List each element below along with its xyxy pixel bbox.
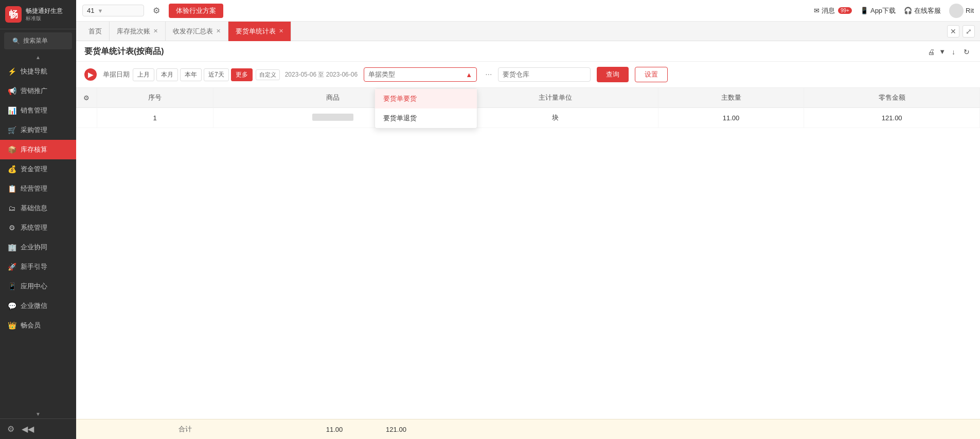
- sidebar-item-label: 销售管理: [21, 106, 47, 115]
- member-icon: 👑: [7, 321, 16, 330]
- td-empty: [76, 108, 97, 128]
- wechat-icon: 💬: [7, 301, 16, 310]
- sidebar-item-label: 新手引导: [21, 262, 47, 271]
- tab-order-summary[interactable]: 要货单统计表 ✕: [228, 22, 291, 41]
- sidebar-item-basic[interactable]: 🗂 基础信息: [0, 198, 76, 218]
- query-button[interactable]: 查询: [597, 67, 629, 82]
- sidebar-item-finance[interactable]: 💰 资金管理: [0, 159, 76, 179]
- filter-expand-button[interactable]: ▶: [84, 68, 97, 81]
- mobile-icon: 📱: [860, 7, 868, 14]
- sidebar-item-system[interactable]: ⚙ 系统管理: [0, 218, 76, 237]
- sidebar-item-sales[interactable]: 📊 销售管理: [0, 101, 76, 120]
- type-chevron-up-icon[interactable]: ▲: [466, 71, 472, 79]
- app-download-button[interactable]: 📱 App下载: [860, 6, 896, 15]
- appstore-icon: 📱: [7, 282, 16, 291]
- message-icon: ✉: [814, 7, 819, 14]
- last-7days-button[interactable]: 近7天: [204, 68, 229, 81]
- sidebar-item-quick-nav[interactable]: ⚡ 快捷导航: [0, 62, 76, 81]
- sidebar-item-marketing[interactable]: 📢 营销推广: [0, 81, 76, 101]
- header-left: 41 ▼ ⚙ 体验行业方案: [82, 4, 223, 18]
- td-unit: 块: [453, 108, 658, 128]
- online-service-button[interactable]: 🎧 在线客服: [904, 6, 941, 15]
- sidebar-item-label: 企业微信: [21, 301, 47, 310]
- this-year-button[interactable]: 本年: [180, 68, 202, 81]
- tab-receive-summary-label: 收发存汇总表: [173, 27, 213, 36]
- sidebar-item-label: 库存核算: [21, 145, 47, 154]
- sidebar-item-inventory[interactable]: 📦 库存核算: [0, 140, 76, 159]
- tab-inventory-batch-label: 库存批次账: [117, 27, 150, 36]
- operation-icon: 📋: [7, 184, 16, 193]
- type-label: 单据类型: [368, 70, 395, 79]
- sidebar-item-operation[interactable]: 📋 经营管理: [0, 179, 76, 198]
- type-filter-select[interactable]: 单据类型 ▲: [364, 67, 477, 82]
- sidebar-logo: 畅 畅捷通好生意 标准版: [0, 0, 76, 29]
- sales-icon: 📊: [7, 106, 16, 115]
- last-month-button[interactable]: 上月: [133, 68, 154, 81]
- search-menu-button[interactable]: 🔍 搜索菜单: [4, 32, 72, 49]
- search-label: 搜索菜单: [23, 36, 48, 45]
- scroll-up-indicator[interactable]: ▲: [0, 52, 76, 62]
- online-service-label: 在线客服: [914, 6, 941, 15]
- tab-close-icon[interactable]: ✕: [153, 28, 158, 34]
- footer-amount: 121.00: [365, 426, 427, 433]
- sidebar-item-member[interactable]: 👑 畅会员: [0, 316, 76, 335]
- company-selector[interactable]: 41 ▼: [82, 5, 144, 16]
- dropdown-option-purchase-return[interactable]: 要货单退货: [375, 108, 477, 128]
- header-gear-button[interactable]: ⚙: [149, 4, 164, 18]
- th-qty: 主数量: [658, 88, 804, 108]
- sidebar-item-purchase[interactable]: 🛒 采购管理: [0, 120, 76, 140]
- settings-icon[interactable]: ⚙: [7, 424, 14, 434]
- company-value: 41: [87, 7, 94, 14]
- footer-qty: 11.00: [304, 426, 365, 433]
- table-row: 1 块 11.00 121.00: [76, 108, 980, 128]
- dropdown-option-purchase-order[interactable]: 要货单要货: [375, 89, 477, 108]
- tab-inventory-batch[interactable]: 库存批次账 ✕: [110, 22, 166, 41]
- export-button[interactable]: ↓: [952, 48, 957, 56]
- close-tab-button[interactable]: ✕: [947, 25, 959, 38]
- expand-tab-button[interactable]: ⤢: [963, 25, 975, 38]
- this-month-button[interactable]: 本月: [156, 68, 178, 81]
- tab-close-icon[interactable]: ✕: [279, 28, 283, 34]
- top-header: 41 ▼ ⚙ 体验行业方案 ✉ 消息 99+ 📱 App下载 🎧 在线客服 R: [76, 0, 980, 22]
- type-dropdown-menu: 要货单要货 要货单退货: [375, 88, 477, 129]
- user-name: Rit: [966, 7, 974, 14]
- app-download-label: App下载: [870, 6, 896, 15]
- date-label: 单据日期: [103, 70, 130, 79]
- warehouse-filter[interactable]: 要货仓库: [498, 67, 591, 82]
- sidebar-item-appstore[interactable]: 📱 应用中心: [0, 277, 76, 296]
- td-amount: 121.00: [804, 108, 980, 128]
- collapse-icon[interactable]: ◀◀: [22, 424, 34, 434]
- user-menu[interactable]: Rit: [949, 4, 974, 18]
- search-icon: 🔍: [12, 38, 20, 45]
- sidebar-item-label: 应用中心: [21, 282, 47, 291]
- purchase-icon: 🛒: [7, 125, 16, 135]
- messages-button[interactable]: ✉ 消息 99+: [814, 6, 852, 15]
- marketing-icon: 📢: [7, 86, 16, 96]
- custom-date-tag[interactable]: 自定义: [256, 69, 280, 80]
- trial-button[interactable]: 体验行业方案: [169, 4, 223, 18]
- refresh-button[interactable]: ↻: [964, 48, 972, 56]
- tab-close-icon[interactable]: ✕: [216, 28, 221, 34]
- table-header-row: ⚙ 序号 商品 主计量单位 主数量 零售金额: [76, 88, 980, 108]
- sidebar-item-enterprise[interactable]: 🏢 企业协同: [0, 237, 76, 257]
- more-dates-button[interactable]: 更多: [231, 68, 253, 81]
- page-header: 要货单统计表(按商品) 🖨 ▼ ↓ ↻: [76, 41, 980, 62]
- td-no: 1: [97, 108, 213, 128]
- enterprise-icon: 🏢: [7, 243, 16, 252]
- sidebar-item-guide[interactable]: 🚀 新手引导: [0, 257, 76, 277]
- scroll-down-indicator[interactable]: ▼: [0, 409, 76, 418]
- page-header-actions: 🖨 ▼ ↓ ↻: [928, 48, 972, 56]
- sidebar-nav: ⚡ 快捷导航 📢 营销推广 📊 销售管理 🛒 采购管理 📦 库存核算 💰 资金管…: [0, 62, 76, 409]
- tab-receive-summary[interactable]: 收发存汇总表 ✕: [166, 22, 228, 41]
- type-more-button[interactable]: ···: [485, 70, 492, 79]
- settings-button[interactable]: 设置: [635, 67, 668, 82]
- print-button[interactable]: 🖨 ▼: [928, 48, 946, 56]
- export-icon: ↓: [952, 48, 955, 56]
- basic-icon: 🗂: [7, 204, 16, 213]
- sidebar-item-wechat[interactable]: 💬 企业微信: [0, 296, 76, 316]
- th-settings[interactable]: ⚙: [76, 88, 97, 108]
- sidebar-footer: ⚙ ◀◀: [0, 418, 76, 439]
- tab-home[interactable]: 首页: [81, 22, 110, 41]
- print-chevron-icon: ▼: [939, 48, 946, 56]
- table-footer: 合计 11.00 121.00: [76, 419, 980, 439]
